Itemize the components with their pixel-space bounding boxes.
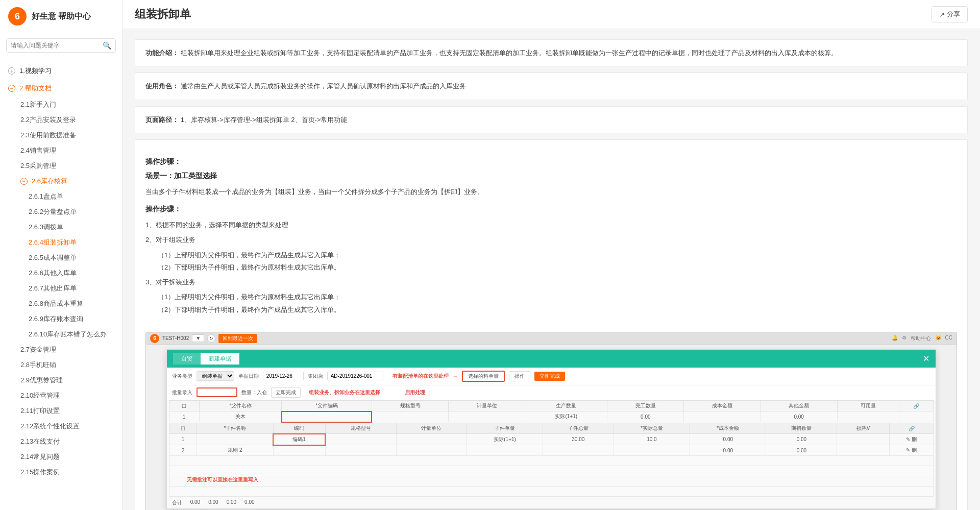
mock-lower-td-1-spec: [325, 434, 396, 445]
mock-total-v3: 0.00: [227, 499, 236, 506]
mock-confirm-btn[interactable]: 立即完成: [534, 372, 565, 381]
mock-total-v1: 0.00: [190, 499, 200, 506]
nav-group-title-2[interactable]: − 2.帮助文档: [0, 80, 122, 97]
mock-ops-btn[interactable]: 操作: [509, 371, 530, 381]
search-icon[interactable]: 🔍: [103, 41, 111, 50]
mock-form-order-input[interactable]: [327, 372, 383, 380]
mock-upper-row-1: 1 关木 实际(1+1) 0.00 0.: [169, 411, 934, 422]
mock-upper-td-unit: [449, 411, 525, 422]
nav-item-2-10[interactable]: 2.10经营管理: [16, 388, 122, 403]
mock-tab-2[interactable]: 新建单据: [201, 353, 239, 365]
nav-item-2-6-8[interactable]: 2.6.8商品成本重算: [24, 296, 122, 311]
collapse-icon-2-6: −: [20, 178, 28, 185]
mock-form-row1: 业务类型 组装单据 单据日期 集团店 有装配清单的在这里处理 →: [167, 368, 936, 385]
nav-item-2-13[interactable]: 2.13在线支付: [16, 434, 122, 449]
mock-form-type-select[interactable]: 组装单据: [197, 371, 234, 381]
nav-group-2-6: − 2.6库存核算 2.6.1盘点单 2.6.2分量盘点单 2.6.3调拨单 2…: [16, 174, 122, 342]
scene1-title: 场景一：加工类型选择: [145, 172, 957, 181]
mock-lower-td-1-code: 编码1: [273, 434, 325, 445]
mock-lower-table-area: ☐ *子件名称 编码 规格型号 计量单位 子件单量 子件总量 *实际总量: [167, 423, 936, 497]
nav-item-2-6-6[interactable]: 2.6.6其他入库单: [24, 265, 122, 281]
nav-item-2-11[interactable]: 2.11打印设置: [16, 403, 122, 419]
nav-item-2-6-2[interactable]: 2.6.2分量盘点单: [24, 204, 122, 220]
scene1-desc: 当由多个子件材料组装成一个成品的业务为【组装】业务，当由一个父件拆分成多个子产品…: [145, 186, 957, 199]
share-label: 分享: [947, 10, 960, 19]
mock-upper-td-check: 1: [169, 411, 199, 422]
nav-item-2-14[interactable]: 2.14常见问题: [16, 449, 122, 465]
mock-upper-th-1: *父件名称: [199, 400, 282, 411]
mock-lower-td-1-actual: 10.0: [614, 434, 690, 445]
nav-group-title-1[interactable]: + 1.视频学习: [0, 62, 122, 80]
nav-group-2: − 2.帮助文档 2.1新手入门 2.2产品安装及登录 2.3使用前数据准备 2…: [0, 80, 122, 480]
search-box[interactable]: 🔍: [6, 38, 116, 53]
logo-icon: 6: [8, 7, 27, 26]
nav-sub-items-2: 2.1新手入门 2.2产品安装及登录 2.3使用前数据准备 2.4销售管理 2.…: [0, 97, 122, 480]
mock-upper-td-cost: [684, 411, 761, 422]
mock-form-date-input[interactable]: [263, 372, 304, 380]
nav-group-label-1: 1.视频学习: [19, 66, 52, 76]
mock-icons: 🔔 ⚙ 帮助中心 🐱 CC: [892, 335, 952, 342]
mock-lower-th-4: 计量单位: [396, 423, 467, 434]
mock-logo: 6: [150, 334, 159, 343]
mock-lower-th-3: 规格型号: [325, 423, 396, 434]
mock-lower-row-5: [169, 476, 934, 487]
mock-orange-btn[interactable]: 回到最近一次: [218, 334, 257, 343]
nav-item-2-5[interactable]: 2.5采购管理: [16, 158, 122, 174]
mock-lower-td-2-subtot: [543, 445, 614, 456]
nav-item-2-6-10[interactable]: 2.6.10库存账本错了怎么办: [24, 327, 122, 342]
mock-icon-3: 帮助中心: [911, 335, 931, 342]
nav-item-2-6-5[interactable]: 2.6.5成本调整单: [24, 250, 122, 265]
nav-item-2-9[interactable]: 2.9优惠券管理: [16, 373, 122, 388]
logo-area: 6 好生意 帮助中心: [0, 0, 122, 33]
step3-sub1: （1）上部明细为父件明细，最终作为原材料生成其它出库单；: [145, 291, 957, 304]
nav-group-label-2: 2.帮助文档: [19, 84, 52, 93]
topbar: 组装拆卸单 ↗ 分享: [122, 0, 980, 29]
search-input[interactable]: [11, 42, 103, 49]
nav-item-2-4[interactable]: 2.4销售管理: [16, 143, 122, 158]
path-label: 页面路径：: [145, 116, 179, 124]
nav-item-2-6-1[interactable]: 2.6.1盘点单: [24, 189, 122, 204]
nav-item-2-7[interactable]: 2.7资金管理: [16, 342, 122, 357]
mock-form-cluster-label: 集团店: [308, 373, 323, 380]
nav-group-title-2-6[interactable]: − 2.6库存核算: [16, 174, 122, 189]
nav-item-2-1[interactable]: 2.1新手入门: [16, 97, 122, 112]
mock-lower-th-8: *成本金额: [690, 423, 766, 434]
mock-window: 自贸 新建单据 ✕ 业务类型 组装单据: [146, 349, 957, 509]
content-area: 功能介绍： 组装拆卸单用来处理企业组装或拆卸等加工业务，支持有固定装配清单的产品…: [122, 29, 980, 510]
mock-lower-td-2-unit: [396, 445, 467, 456]
nav-sub-items-2-6: 2.6.1盘点单 2.6.2分量盘点单 2.6.3调拨单 2.6.4组装拆卸单 …: [16, 189, 122, 342]
mock-upper-th-9: 可用量: [837, 400, 899, 411]
role-intro-label: 使用角色：: [145, 82, 179, 90]
nav-item-2-8[interactable]: 2.8手机旺铺: [16, 357, 122, 373]
mock-upper-td-code: [282, 411, 372, 422]
nav-item-2-6-4[interactable]: 2.6.4组装拆卸单: [24, 235, 122, 250]
search-area: 🔍: [0, 33, 122, 58]
nav-item-2-12[interactable]: 2.12系统个性化设置: [16, 419, 122, 434]
nav-item-2-15[interactable]: 2.15操作案例: [16, 465, 122, 480]
role-intro-block: 使用角色： 通常由生产人员或库管人员完成拆装业务的操作，库管人员确认原材料的出库…: [135, 72, 968, 100]
nav-item-2-2[interactable]: 2.2产品安装及登录: [16, 112, 122, 128]
mock-upper-td-other: 0.00: [761, 411, 837, 422]
mock-total-v4: 0.00: [244, 499, 254, 506]
mock-lower-td-2-sub: [467, 445, 543, 456]
main-area: 组装拆卸单 ↗ 分享 功能介绍： 组装拆卸单用来处理企业组装或拆卸等加工业务，支…: [122, 0, 980, 510]
mock-icon-2: ⚙: [902, 335, 906, 342]
nav-item-2-6-7[interactable]: 2.6.7其他出库单: [24, 281, 122, 296]
mock-total-label: 合计: [172, 499, 182, 506]
mock-apply-btn[interactable]: 立即完成: [271, 387, 301, 398]
mock-form-qty-input[interactable]: [197, 387, 237, 397]
nav-item-2-6-9[interactable]: 2.6.9库存账本查询: [24, 311, 122, 327]
mock-upper-td-comp: 0.00: [607, 411, 684, 422]
mock-modal-close[interactable]: ✕: [923, 354, 929, 363]
mock-upper-th-0: ☐: [169, 400, 199, 411]
mock-form-row2: 批量录入 数量：入仓 立即完成 组装业务、拆卸业务在这里选择 启用处理: [167, 385, 936, 400]
mock-lower-td-1-init: 0.00: [766, 434, 837, 445]
nav-item-2-6-3[interactable]: 2.6.3调拨单: [24, 220, 122, 235]
share-button[interactable]: ↗ 分享: [932, 6, 968, 22]
mock-select-btn[interactable]: 选择的料单量: [462, 371, 505, 382]
collapse-icon-2: −: [8, 85, 15, 92]
mock-tab-1[interactable]: 自贸: [173, 353, 201, 365]
role-intro-text: 通常由生产人员或库管人员完成拆装业务的操作，库管人员确认原材料的出库和产成品的入…: [181, 82, 466, 90]
mock-icon-1: 🔔: [892, 335, 898, 342]
nav-item-2-3[interactable]: 2.3使用前数据准备: [16, 128, 122, 143]
